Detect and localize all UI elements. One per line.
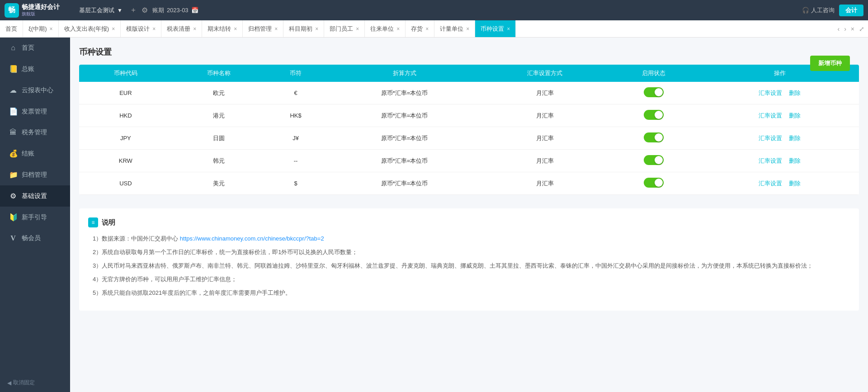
rate-setting-link-0[interactable]: 汇率设置 [759, 90, 782, 96]
tab-nav-buttons: ‹ › × ⤢ [834, 20, 868, 37]
tab-currency[interactable]: 币种设置 × [475, 20, 516, 37]
tab-department[interactable]: 部门员工 × [324, 20, 365, 37]
sidebar-item-checkout[interactable]: 💰 结账 [0, 143, 70, 164]
home-icon: ⌂ [9, 44, 17, 52]
workspace-selector[interactable]: 基层工会测试 ▼ [79, 6, 123, 14]
tab-annual-close[interactable]: × [112, 26, 115, 32]
tab-subject-close[interactable]: × [315, 26, 318, 32]
cell-status-2 [607, 127, 700, 150]
toggle-1[interactable] [644, 110, 664, 120]
tab-bar: 首页 ξ(中期) × 收入支出表(年报) × 模版设计 × 税表清册 × 期末结… [0, 20, 868, 38]
sidebar-item-guide[interactable]: 🔰 新手引导 [0, 207, 70, 228]
invoice-icon: 📄 [9, 107, 17, 116]
tab-midterm-label: ξ(中期) [28, 25, 47, 33]
cell-code-3: KRW [79, 150, 172, 172]
tab-unit[interactable]: 计量单位 × [434, 20, 475, 37]
rate-setting-link-1[interactable]: 汇率设置 [759, 112, 782, 119]
tab-department-close[interactable]: × [356, 26, 359, 32]
sidebar-item-home[interactable]: ⌂ 首页 [0, 38, 70, 58]
page-title: 币种设置 [79, 47, 859, 57]
rate-setting-link-3[interactable]: 汇率设置 [759, 157, 782, 164]
sidebar-item-tax[interactable]: 🏛 税务管理 [0, 122, 70, 143]
rate-setting-link-2[interactable]: 汇率设置 [759, 135, 782, 142]
tab-inventory-close[interactable]: × [425, 26, 429, 32]
cell-ratetype-0: 月汇率 [482, 82, 607, 104]
sidebar-item-reports[interactable]: ☁ 云报表中心 [0, 80, 70, 101]
tab-period-close-x[interactable]: × [234, 26, 237, 32]
cell-name-0: 欧元 [172, 82, 265, 104]
tab-midterm-close[interactable]: × [49, 26, 52, 32]
sidebar-item-checkout-label: 结账 [22, 150, 34, 158]
tab-next-button[interactable]: › [842, 24, 848, 33]
tab-archive[interactable]: 归档管理 × [243, 20, 283, 37]
currency-table: 币种代码 币种名称 币符 折算方式 汇率设置方式 启用状态 操作 EUR 欧元 … [79, 65, 859, 195]
tab-inventory[interactable]: 存货 × [406, 20, 434, 37]
toggle-2[interactable] [644, 132, 664, 142]
calendar-icon[interactable]: 📅 [191, 7, 198, 14]
tab-taxform-close[interactable]: × [193, 26, 196, 32]
tab-home[interactable]: 首页 [0, 20, 23, 37]
sidebar-collapse[interactable]: ◀ 取消固定 [0, 373, 70, 392]
delete-link-1[interactable]: 删除 [789, 112, 801, 119]
delete-link-4[interactable]: 删除 [789, 180, 801, 187]
account-button[interactable]: 会计 [839, 5, 863, 16]
tab-unit-close[interactable]: × [466, 26, 469, 32]
cell-symbol-1: HK$ [265, 104, 326, 127]
sidebar-item-ledger[interactable]: 📒 总账 [0, 58, 70, 80]
desc-link[interactable]: https://www.chinamoney.com.cn/chinese/bk… [180, 235, 324, 242]
table-row: HKD 港元 HK$ 原币*汇率=本位币 月汇率 汇率设置 删除 [79, 104, 859, 127]
add-tab-button[interactable]: ＋ [130, 5, 137, 15]
toggle-4[interactable] [644, 178, 664, 188]
tab-template-label: 模版设计 [126, 25, 150, 33]
cell-code-4: USD [79, 172, 172, 195]
tab-contacts-close[interactable]: × [396, 26, 400, 32]
sidebar-item-archive-label: 归档管理 [22, 171, 47, 179]
tab-home-label: 首页 [5, 25, 17, 33]
tab-period-close[interactable]: 期末结转 × [202, 20, 243, 37]
cell-status-3 [607, 150, 700, 172]
tab-prev-button[interactable]: ‹ [835, 24, 841, 33]
tab-annual-label: 收入支出表(年报) [64, 25, 109, 33]
help-label: 人工咨询 [811, 6, 835, 14]
tab-archive-close[interactable]: × [274, 26, 278, 32]
delete-link-3[interactable]: 删除 [789, 157, 801, 164]
tab-midterm[interactable]: ξ(中期) × [23, 20, 59, 37]
content-area: 币种设置 新增币种 币种代码 币种名称 币符 折算方式 汇率设置方式 启用状态 … [70, 38, 868, 392]
tab-close-all-button[interactable]: × [849, 24, 856, 33]
cell-ratetype-2: 月汇率 [482, 127, 607, 150]
logo-area: 畅 畅捷通好会计 旗舰版 [5, 3, 75, 18]
rate-setting-link-4[interactable]: 汇率设置 [759, 180, 782, 187]
period-value: 2023-03 [167, 7, 189, 14]
sidebar-item-archive[interactable]: 📁 归档管理 [0, 164, 70, 185]
tab-currency-close[interactable]: × [507, 26, 510, 32]
settings-icon[interactable]: ⚙ [142, 6, 148, 14]
sidebar-item-ledger-label: 总账 [22, 65, 34, 73]
cell-calc-0: 原币*汇率=本位币 [326, 82, 483, 104]
tab-template-close[interactable]: × [152, 26, 156, 32]
cell-ratetype-3: 月汇率 [482, 150, 607, 172]
tab-inventory-label: 存货 [411, 25, 423, 33]
help-button[interactable]: 🎧 人工咨询 [802, 6, 835, 14]
cell-symbol-2: J¥ [265, 127, 326, 150]
col-header-status: 启用状态 [607, 65, 700, 82]
content-header-wrapper: 币种设置 新增币种 [79, 47, 859, 57]
toggle-3[interactable] [644, 155, 664, 165]
tab-contacts[interactable]: 往来单位 × [365, 20, 406, 37]
delete-link-0[interactable]: 删除 [789, 90, 801, 96]
tab-subject[interactable]: 科目期初 × [283, 20, 324, 37]
new-currency-button[interactable]: 新增币种 [810, 56, 850, 71]
tab-expand-button[interactable]: ⤢ [857, 24, 866, 33]
headset-icon: 🎧 [802, 7, 809, 14]
col-header-ratetype: 汇率设置方式 [482, 65, 607, 82]
cell-status-4 [607, 172, 700, 195]
cell-actions-3: 汇率设置 删除 [700, 150, 859, 172]
toggle-0[interactable] [644, 87, 664, 97]
sidebar-item-vip-label: 畅会员 [22, 234, 41, 242]
sidebar-item-basic[interactable]: ⚙ 基础设置 [0, 185, 70, 207]
delete-link-2[interactable]: 删除 [789, 135, 801, 142]
tab-annual[interactable]: 收入支出表(年报) × [59, 20, 121, 37]
sidebar-item-vip[interactable]: V 畅会员 [0, 228, 70, 249]
sidebar-item-invoice[interactable]: 📄 发票管理 [0, 101, 70, 122]
tab-template[interactable]: 模版设计 × [121, 20, 161, 37]
tab-taxform[interactable]: 税表清册 × [161, 20, 202, 37]
